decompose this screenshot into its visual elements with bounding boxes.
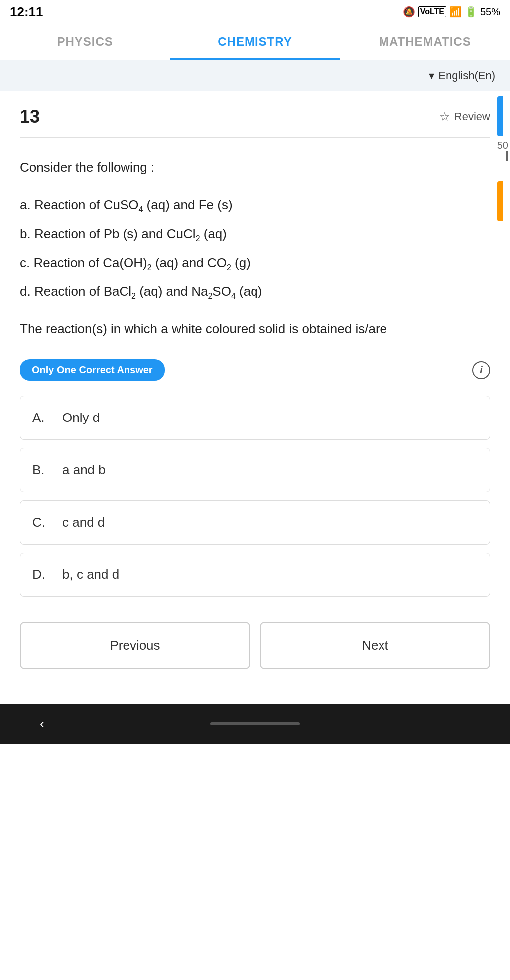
review-label: Review xyxy=(454,110,490,123)
blue-side-tab xyxy=(497,96,503,136)
side-number: 50 xyxy=(497,140,510,151)
options-list: A. Only d B. a and b C. c and d D. b, c … xyxy=(20,396,490,597)
option-b-letter: B. xyxy=(32,462,62,478)
info-icon[interactable]: i xyxy=(472,361,490,379)
language-selector[interactable]: ▾ English(En) xyxy=(429,69,495,82)
option-c-text: c and d xyxy=(62,515,105,530)
star-icon: ☆ xyxy=(439,110,450,124)
back-icon[interactable]: ‹ xyxy=(40,716,44,732)
option-b[interactable]: B. a and b xyxy=(20,448,490,492)
option-a-letter: A. xyxy=(32,410,62,425)
question-body: The reaction(s) in which a white coloure… xyxy=(20,319,490,340)
question-intro: Consider the following : xyxy=(20,157,490,178)
tab-mathematics[interactable]: MATHEMATICS xyxy=(340,24,510,60)
question-number: 13 xyxy=(20,106,40,127)
status-bar: 12:11 🔕 VoLTE 📶 🔋 55% xyxy=(0,0,510,24)
navigation-buttons: Previous Next xyxy=(20,622,490,669)
side-line xyxy=(506,151,508,161)
orange-side-tab xyxy=(497,181,503,221)
answer-type-badge: Only One Correct Answer xyxy=(20,359,165,381)
mute-icon: 🔕 xyxy=(403,6,415,18)
status-time: 12:11 xyxy=(10,4,43,20)
content-area: 13 ☆ Review Consider the following : a. … xyxy=(0,91,510,704)
bottom-indicator xyxy=(210,722,300,725)
option-d-letter: D. xyxy=(32,567,62,582)
tab-chemistry[interactable]: CHEMISTRY xyxy=(170,24,340,60)
option-c[interactable]: C. c and d xyxy=(20,500,490,545)
option-d-text: b, c and d xyxy=(62,567,119,582)
previous-button[interactable]: Previous xyxy=(20,622,250,669)
language-label: English(En) xyxy=(438,69,495,82)
answer-type-row: Only One Correct Answer i xyxy=(20,359,490,381)
option-c-letter: C. xyxy=(32,515,62,530)
battery-icon: 🔋 xyxy=(465,6,477,18)
question-header: 13 ☆ Review xyxy=(20,106,490,138)
bottom-bar: ‹ xyxy=(0,704,510,744)
option-d[interactable]: D. b, c and d xyxy=(20,553,490,597)
battery-level: 55% xyxy=(480,6,500,18)
question-item-c: c. Reaction of Ca(OH)2 (aq) and CO2 (g) xyxy=(20,251,490,275)
question-item-a: a. Reaction of CuSO4 (aq) and Fe (s) xyxy=(20,193,490,217)
option-b-text: a and b xyxy=(62,462,106,478)
volte-icon: VoLTE xyxy=(418,6,446,17)
language-bar: ▾ English(En) xyxy=(0,60,510,91)
tab-physics[interactable]: PHYSICS xyxy=(0,24,170,60)
question-item-b: b. Reaction of Pb (s) and CuCl2 (aq) xyxy=(20,222,490,246)
review-button[interactable]: ☆ Review xyxy=(439,110,490,124)
question-item-d: d. Reaction of BaCl2 (aq) and Na2SO4 (aq… xyxy=(20,280,490,304)
next-button[interactable]: Next xyxy=(260,622,490,669)
option-a-text: Only d xyxy=(62,410,100,425)
option-a[interactable]: A. Only d xyxy=(20,396,490,440)
status-icons: 🔕 VoLTE 📶 🔋 55% xyxy=(403,6,500,18)
tab-navigation: PHYSICS CHEMISTRY MATHEMATICS xyxy=(0,24,510,60)
signal-icon: 📶 xyxy=(449,6,462,18)
main-layout: 50 13 ☆ Review Consider the following : … xyxy=(0,91,510,704)
chevron-down-icon: ▾ xyxy=(429,69,434,82)
